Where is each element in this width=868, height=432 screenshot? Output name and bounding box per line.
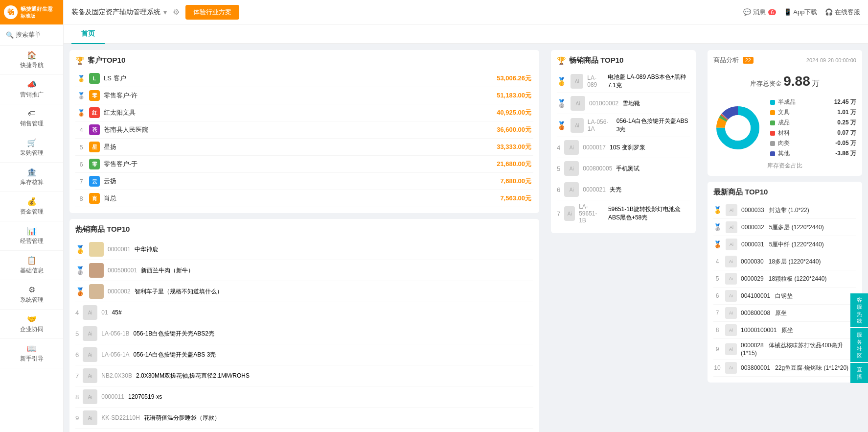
legend-item: 肉类 -0.05 万 — [770, 139, 856, 147]
sidebar-item-marketing[interactable]: 📣 营销推广 — [0, 75, 63, 104]
customer-name: 苍南县人民医院 — [102, 121, 342, 139]
product-image: Ai — [726, 239, 737, 250]
sidebar-item-system[interactable]: ⚙ 系统管理 — [0, 280, 63, 310]
rank-num: 8 — [75, 393, 79, 401]
rank-num: 4 — [75, 309, 79, 316]
legend-name: 文具 — [778, 108, 834, 117]
product-image: Ai — [571, 96, 585, 111]
logo-icon: 畅 — [4, 5, 18, 19]
list-item: 🥇 Ai LA-089 电池盖 LA-089 ABS本色+黑种 7.1克 — [557, 70, 690, 93]
customer-amount: 40,925.00元 — [342, 104, 533, 121]
legend-item: 文具 1.01 万 — [770, 108, 856, 117]
rank-num: 10 — [713, 364, 721, 371]
nav-label: 新手引导 — [20, 355, 44, 363]
product-name: 59651-1B旋转投影灯电池盒ABS黑色+58壳 — [608, 205, 690, 222]
online-service-button[interactable]: 🎧 在线客服 — [825, 8, 860, 17]
sidebar-item-guide[interactable]: 📖 新手引导 — [0, 339, 63, 368]
legend-value: 0.25 万 — [837, 119, 856, 127]
marketing-icon: 📣 — [27, 80, 37, 89]
sidebar-item-finance[interactable]: 💰 资金管理 — [0, 192, 63, 221]
rank-cell: 5 — [75, 139, 87, 156]
sidebar-item-enterprise[interactable]: 🤝 企业协同 — [0, 310, 63, 339]
product-image: Ai — [564, 161, 579, 176]
search-icon: 🔍 — [6, 31, 14, 39]
nav-label: 营销推广 — [20, 91, 44, 99]
product-image: Ai — [83, 410, 97, 425]
rank-num: 4 — [557, 144, 560, 151]
sidebar-item-quick-nav[interactable]: 🏠 快捷导航 — [0, 46, 63, 75]
inventory-card: 商品分析 22 2024-09-28 00:00:00 库存总资金 9.88 万 — [708, 50, 862, 176]
product-image: Ai — [726, 221, 737, 233]
product-name: 004100001 白钢垫 — [741, 292, 856, 300]
customer-amount: 51,183.00元 — [342, 87, 533, 104]
product-image — [89, 263, 104, 278]
rank-num: 6 — [75, 351, 79, 359]
rank-num: 8 — [713, 327, 721, 334]
avatar: L — [89, 73, 100, 84]
sidebar-search-container[interactable]: 🔍 搜索菜单 — [0, 24, 63, 46]
headset-icon: 🎧 — [825, 8, 833, 16]
customer-amount: 53,006.26元 — [342, 70, 533, 87]
table-row: 🥉 红 红太阳文具 40,925.00元 — [75, 104, 533, 121]
product-image: Ai — [725, 343, 737, 355]
trial-button[interactable]: 体验行业方案 — [185, 5, 239, 20]
best-seller-icon: 🏆 — [557, 56, 566, 65]
home-icon: 🏠 — [27, 50, 37, 60]
page-tabs: 首页 — [64, 24, 868, 44]
rank-cell: 🥇 — [75, 70, 87, 87]
customer-service-button[interactable]: 客服 热线 — [850, 293, 868, 327]
sidebar-item-sales[interactable]: 🏷 销售管理 — [0, 104, 63, 133]
system-selector[interactable]: 装备及固定资产辅助管理系统 ▾ — [71, 8, 167, 17]
legend-dot — [770, 131, 775, 136]
product-name: 2.0X30MM双搓花轴,搓花直径2.1MM/ROHS — [136, 372, 250, 380]
rank-cell: 4 — [75, 121, 87, 139]
legend-dot — [770, 141, 775, 146]
medal-icon: 🥈 — [557, 99, 567, 108]
customer-name: 云扬 — [102, 173, 342, 190]
live-broadcast-button[interactable]: 直播 — [850, 363, 868, 383]
sidebar-item-purchase[interactable]: 🛒 采购管理 — [0, 133, 63, 163]
nav-label: 企业协同 — [20, 325, 44, 334]
customer-name: 星扬 — [102, 139, 342, 156]
search-menu-button[interactable]: 🔍 搜索菜单 — [4, 28, 59, 41]
inventory-date: 2024-09-28 00:00:00 — [806, 57, 856, 63]
list-item: 10 Ai 003800001 22g鱼豆腐-烧烤味 (1*12*20) — [713, 360, 856, 377]
rank-cell: 🥈 — [75, 87, 87, 104]
inventory-header: 商品分析 22 2024-09-28 00:00:00 — [713, 56, 856, 65]
customer-name: LS 客户 — [102, 70, 342, 87]
rank-num: 6 — [557, 186, 560, 193]
tab-home[interactable]: 首页 — [71, 24, 105, 44]
settings-icon[interactable]: ⚙ — [173, 7, 180, 17]
product-name: 雪地靴 — [622, 99, 640, 108]
product-name: 45# — [112, 309, 122, 316]
product-code: LA-056-1A — [588, 119, 613, 132]
finance-icon: 💰 — [27, 197, 37, 206]
chevron-down-icon: ▾ — [163, 8, 167, 16]
legend-value: 12.45 万 — [834, 98, 856, 106]
product-name: 电池盖 LA-089 ABS本色+黑种 7.1克 — [608, 73, 690, 90]
customer-top-table: 🥇 L LS 客户 53,006.26元 🥈 零 零售客户-许 51,183.0… — [75, 70, 533, 207]
table-row: 4 苍 苍南县人民医院 36,600.00元 — [75, 121, 533, 139]
message-badge: 6 — [768, 9, 776, 15]
sidebar-item-operations[interactable]: 📊 经营管理 — [0, 221, 63, 251]
logo-text: 畅捷通好生意 标准版 — [21, 5, 53, 20]
product-image: Ai — [564, 140, 579, 155]
product-code: 001000002 — [589, 100, 618, 107]
avatar: 红 — [89, 107, 100, 118]
legend-dot — [770, 120, 775, 125]
medal-icon: 🥈 — [77, 92, 85, 99]
customer-top-card: 🏆 客户TOP10 🥇 L LS 客户 53,006.26元 🥈 零 零售客户-… — [69, 50, 539, 213]
table-row: 5 星 星扬 33,333.00元 — [75, 139, 533, 156]
product-image: Ai — [571, 118, 584, 133]
nav-label: 快捷导航 — [20, 61, 44, 70]
message-button[interactable]: 💬 消息 6 — [743, 8, 776, 17]
legend-value: 0.07 万 — [837, 129, 856, 137]
app-download-button[interactable]: 📱 App下载 — [784, 8, 817, 17]
trophy-icon: 🏆 — [75, 56, 85, 65]
service-community-button[interactable]: 服务 社区 — [850, 328, 868, 362]
sidebar-item-base[interactable]: 📋 基础信息 — [0, 251, 63, 280]
product-image: Ai — [83, 326, 97, 341]
nav-label: 经营管理 — [20, 237, 44, 245]
list-item: 6 Ai 0000021 夹壳 — [557, 179, 690, 200]
sidebar-item-inventory[interactable]: 🏦 库存核算 — [0, 163, 63, 192]
